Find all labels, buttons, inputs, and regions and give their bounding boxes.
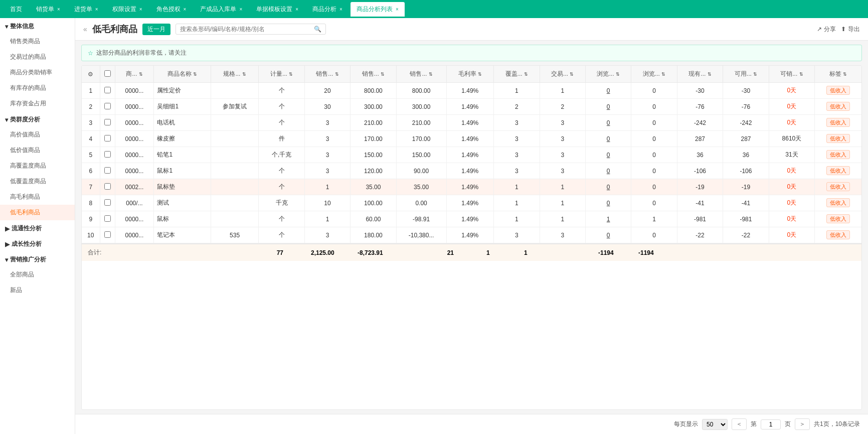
nav-template[interactable]: 单据模板设置 × — [250, 2, 304, 17]
col-available[interactable]: 可用... ⇅ — [723, 66, 769, 83]
row-select-checkbox[interactable] — [104, 119, 111, 125]
search-input[interactable] — [180, 26, 314, 33]
nav-template-close[interactable]: × — [295, 7, 298, 12]
row-select-checkbox[interactable] — [104, 167, 111, 174]
sidebar-item-high-coverage[interactable]: 高覆盖度商品 — [0, 158, 75, 174]
row-checkbox[interactable] — [100, 147, 115, 163]
row-checkbox[interactable] — [100, 211, 115, 227]
row-name[interactable]: 测试 — [154, 195, 211, 211]
sidebar-item-new-goods[interactable]: 新品 — [0, 282, 75, 298]
row-name[interactable]: 铅笔1 — [154, 147, 211, 163]
select-all-checkbox[interactable] — [104, 70, 111, 77]
row-checkbox[interactable] — [100, 195, 115, 211]
sidebar-item-category-rate[interactable]: 商品分类助销率 — [0, 65, 75, 80]
nav-product-entry[interactable]: 产成品入库单 × — [194, 2, 248, 17]
col-sale-amount[interactable]: 销售... ⇅ — [396, 66, 446, 83]
row-checkbox[interactable] — [100, 83, 115, 99]
row-browse1[interactable]: 0 — [585, 179, 631, 195]
row-select-checkbox[interactable] — [104, 87, 111, 93]
share-button[interactable]: ↗ 分享 — [817, 25, 836, 34]
col-sale-price[interactable]: 销售... ⇅ — [351, 66, 396, 83]
row-select-checkbox[interactable] — [104, 151, 111, 158]
row-browse1[interactable]: 0 — [585, 147, 631, 163]
row-checkbox[interactable] — [100, 99, 115, 115]
col-browse2[interactable]: 浏览... ⇅ — [631, 66, 677, 83]
nav-product-entry-close[interactable]: × — [239, 7, 242, 12]
row-browse1[interactable]: 0 — [585, 227, 631, 243]
period-button[interactable]: 近一月 — [142, 24, 170, 35]
sidebar-collapse-btn[interactable]: « — [83, 25, 87, 33]
row-name[interactable]: 笔记本 — [154, 227, 211, 243]
sidebar-group-circulation[interactable]: ▶ 流通性分析 — [0, 220, 75, 236]
row-browse1[interactable]: 0 — [585, 115, 631, 131]
nav-purchase-close[interactable]: × — [95, 7, 98, 12]
col-spec[interactable]: 规格... ⇅ — [211, 66, 259, 83]
row-select-checkbox[interactable] — [104, 135, 111, 141]
nav-product-analysis[interactable]: 商品分析 × — [306, 2, 349, 17]
col-settings[interactable]: ⚙ — [82, 66, 100, 83]
sidebar-item-low-margin[interactable]: 低毛利商品 — [0, 205, 75, 220]
row-name[interactable]: 鼠标 — [154, 211, 211, 227]
col-sale-qty[interactable]: 销售... ⇅ — [304, 66, 350, 83]
row-select-checkbox[interactable] — [104, 231, 111, 238]
next-page-btn[interactable]: ＞ — [795, 418, 810, 430]
col-browse1[interactable]: 浏览... ⇅ — [585, 66, 631, 83]
row-select-checkbox[interactable] — [104, 199, 111, 206]
sidebar-group-marketing[interactable]: ▾ 营销推广分析 — [0, 251, 75, 267]
row-browse1[interactable]: 0 — [585, 163, 631, 179]
nav-sales-close[interactable]: × — [57, 7, 60, 12]
row-select-checkbox[interactable] — [104, 215, 111, 222]
col-name[interactable]: 商品名称 ⇅ — [154, 66, 211, 83]
sidebar-group-cluster[interactable]: ▾ 类群度分析 — [0, 111, 75, 127]
row-browse1[interactable]: 0 — [585, 131, 631, 147]
nav-purchase[interactable]: 进货单 × — [68, 2, 104, 17]
sidebar-item-in-stock[interactable]: 有库存的商品 — [0, 80, 75, 96]
row-checkbox[interactable] — [100, 179, 115, 195]
row-name[interactable]: 橡皮擦 — [154, 131, 211, 147]
row-checkbox[interactable] — [100, 115, 115, 131]
sidebar-item-all-goods[interactable]: 全部商品 — [0, 267, 75, 282]
sidebar-group-growth[interactable]: ▶ 成长性分析 — [0, 236, 75, 251]
row-browse1[interactable]: 1 — [585, 211, 631, 227]
row-name[interactable]: 属性定价 — [154, 83, 211, 99]
sidebar-item-high-value[interactable]: 高价值商品 — [0, 127, 75, 142]
page-number-input[interactable] — [761, 419, 781, 429]
sidebar-item-high-margin[interactable]: 高毛利商品 — [0, 189, 75, 205]
row-checkbox[interactable] — [100, 227, 115, 243]
nav-product-analysis-close[interactable]: × — [339, 7, 342, 12]
col-trade[interactable]: 交易... ⇅ — [540, 66, 585, 83]
nav-product-analysis-list-close[interactable]: × — [396, 7, 399, 12]
nav-role-auth-close[interactable]: × — [184, 7, 187, 12]
sidebar-item-low-coverage[interactable]: 低覆盖度商品 — [0, 174, 75, 189]
export-button[interactable]: ⬆ 导出 — [841, 25, 860, 34]
row-checkbox[interactable] — [100, 131, 115, 147]
col-saleable[interactable]: 可销... ⇅ — [769, 66, 814, 83]
nav-product-analysis-list[interactable]: 商品分析列表 × — [351, 2, 405, 17]
sidebar-item-stock-capital[interactable]: 库存资金占用 — [0, 96, 75, 111]
nav-permissions[interactable]: 权限设置 × — [106, 2, 148, 17]
per-page-select[interactable]: 50 100 — [702, 419, 728, 430]
nav-permissions-close[interactable]: × — [139, 7, 142, 12]
sidebar-item-traded-goods[interactable]: 交易过的商品 — [0, 49, 75, 65]
nav-home[interactable]: 首页 — [4, 2, 28, 17]
row-browse1[interactable]: 0 — [585, 195, 631, 211]
sidebar-item-low-value[interactable]: 低价值商品 — [0, 142, 75, 158]
row-browse1[interactable]: 0 — [585, 99, 631, 115]
prev-page-btn[interactable]: ＜ — [732, 418, 747, 430]
row-select-checkbox[interactable] — [104, 183, 111, 190]
col-coverage[interactable]: 覆盖... ⇅ — [494, 66, 540, 83]
row-name[interactable]: 吴细细1 — [154, 99, 211, 115]
nav-sales[interactable]: 销货单 × — [30, 2, 66, 17]
row-name[interactable]: 鼠标垫 — [154, 179, 211, 195]
row-browse1[interactable]: 0 — [585, 83, 631, 99]
row-name[interactable]: 鼠标1 — [154, 163, 211, 179]
search-icon[interactable]: 🔍 — [314, 26, 321, 33]
col-code[interactable]: 商... ⇅ — [115, 66, 154, 83]
col-checkbox[interactable] — [100, 66, 115, 83]
col-tag[interactable]: 标签 ⇅ — [815, 66, 861, 83]
row-select-checkbox[interactable] — [104, 103, 111, 109]
col-stock[interactable]: 现有... ⇅ — [677, 66, 723, 83]
sidebar-item-sales-goods[interactable]: 销售类商品 — [0, 34, 75, 49]
row-name[interactable]: 电话机 — [154, 115, 211, 131]
sidebar-group-overall[interactable]: ▾ 整体信息 — [0, 18, 75, 34]
